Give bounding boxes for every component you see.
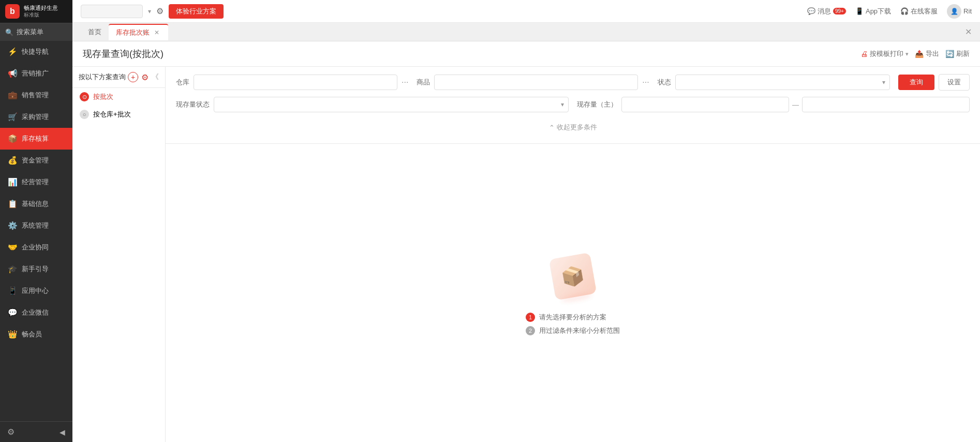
export-icon: 📤 xyxy=(915,50,924,58)
tip-num-2: 2 xyxy=(526,326,535,335)
sidebar-item-purchase[interactable]: 🛒 采购管理 xyxy=(0,106,72,128)
message-badge: 99+ xyxy=(833,8,846,14)
sidebar-item-finance[interactable]: 💰 资金管理 xyxy=(0,150,72,171)
purchase-icon: 🛒 xyxy=(7,112,18,122)
left-panel-title: 按以下方案查询 xyxy=(79,72,126,82)
sidebar-item-label: 企业协同 xyxy=(22,243,49,252)
sidebar-item-system[interactable]: ⚙️ 系统管理 xyxy=(0,215,72,237)
enterprise-icon: 🤝 xyxy=(7,242,18,253)
sidebar-item-guide[interactable]: 🎓 新手引导 xyxy=(0,258,72,280)
warehouse-more-icon[interactable]: ··· xyxy=(402,78,408,87)
warehouse-input[interactable] xyxy=(194,75,397,90)
message-label: 消息 xyxy=(818,7,831,16)
empty-illustration: 📦 xyxy=(542,251,604,302)
scheme-by-warehouse-batch-label: 按仓库+批次 xyxy=(93,110,131,119)
empty-state: 📦 1 请先选择要分析的方案 xyxy=(166,144,980,442)
tab-close-icon[interactable]: ✕ xyxy=(153,28,161,37)
scheme-settings-icon[interactable]: ⚙ xyxy=(141,72,149,82)
product-input[interactable] xyxy=(434,75,638,90)
print-template-action[interactable]: 🖨 按模板打印 ▾ xyxy=(860,49,909,58)
print-dropdown-icon[interactable]: ▾ xyxy=(905,51,909,57)
sidebar-item-label: 企业微信 xyxy=(22,308,49,317)
collapse-more-button[interactable]: ⌃ 收起更多条件 xyxy=(176,119,970,136)
tabs-close-all-button[interactable]: ✕ xyxy=(965,27,972,37)
sidebar-item-label: 新手引导 xyxy=(22,264,49,274)
wechat-icon: 💬 xyxy=(7,307,18,318)
sidebar-item-sales[interactable]: 💼 销售管理 xyxy=(0,84,72,106)
export-action[interactable]: 📤 导出 xyxy=(915,49,939,58)
sidebar-search-menu[interactable]: 🔍 搜索菜单 xyxy=(0,23,72,41)
status-filter-group: 状态 ▾ xyxy=(658,75,890,90)
sidebar-item-operations[interactable]: 📊 经营管理 xyxy=(0,171,72,193)
page-title: 现存量查询(按批次) xyxy=(83,48,164,60)
sidebar-item-label: 经营管理 xyxy=(22,178,49,187)
download-icon: 📱 xyxy=(855,7,864,15)
empty-tips: 1 请先选择要分析的方案 2 用过滤条件来缩小分析范围 xyxy=(526,313,620,335)
stock-status-select[interactable]: ▾ xyxy=(214,97,569,112)
left-panel: 按以下方案查询 + ⚙ 《 ⊙ 按批次 ○ 按仓库+批次 xyxy=(72,67,166,442)
breadcrumb-dropdown-icon[interactable]: ▾ xyxy=(148,8,151,15)
query-button[interactable]: 查询 xyxy=(898,75,934,90)
username: Rit xyxy=(963,7,972,15)
sidebar-item-basic[interactable]: 📋 基础信息 xyxy=(0,193,72,215)
page-actions: 🖨 按模板打印 ▾ 📤 导出 🔄 刷新 xyxy=(860,49,970,58)
empty-tip-1: 1 请先选择要分析的方案 xyxy=(526,313,620,322)
support-icon: 🎧 xyxy=(900,7,909,15)
sidebar-item-wechat[interactable]: 💬 企业微信 xyxy=(0,302,72,323)
content-area: 现存量查询(按批次) 🖨 按模板打印 ▾ 📤 导出 🔄 刷新 xyxy=(72,41,980,442)
left-panel-header: 按以下方案查询 + ⚙ 《 xyxy=(72,67,165,88)
message-action[interactable]: 💬 消息 99+ xyxy=(807,7,846,16)
add-scheme-button[interactable]: + xyxy=(128,72,138,82)
product-more-icon[interactable]: ··· xyxy=(642,78,649,87)
warehouse-label: 仓库 xyxy=(176,78,189,87)
app-download-action[interactable]: 📱 App下载 xyxy=(855,7,891,16)
sidebar-item-marketing[interactable]: 📢 营销推广 xyxy=(0,63,72,84)
finance-icon: 💰 xyxy=(7,155,18,166)
panel-collapse-icon[interactable]: 《 xyxy=(152,72,159,82)
sidebar-item-appstore[interactable]: 📱 应用中心 xyxy=(0,280,72,302)
marketing-icon: 📢 xyxy=(7,68,18,79)
stock-qty-filter-group: 现存量（主） — xyxy=(577,97,970,112)
topbar-settings-icon[interactable]: ⚙ xyxy=(156,6,164,16)
refresh-icon: 🔄 xyxy=(945,50,954,58)
sidebar-item-inventory[interactable]: 📦 库存核算 xyxy=(0,128,72,150)
stock-qty-dash: — xyxy=(792,101,799,109)
settings-button[interactable]: 设置 xyxy=(939,74,970,91)
guide-icon: 🎓 xyxy=(7,264,18,274)
status-select[interactable]: ▾ xyxy=(675,75,890,90)
app-info: 畅康通好生意 标准版 xyxy=(24,4,58,19)
status-label: 状态 xyxy=(658,78,671,87)
scheme-by-warehouse-batch-icon: ○ xyxy=(80,110,89,119)
sidebar-item-quick-nav[interactable]: ⚡ 快捷导航 xyxy=(0,41,72,63)
tip-text-2: 用过滤条件来缩小分析范围 xyxy=(539,326,620,335)
scheme-by-warehouse-batch[interactable]: ○ 按仓库+批次 xyxy=(72,106,165,123)
empty-tip-2: 2 用过滤条件来缩小分析范围 xyxy=(526,326,620,335)
tab-home-label: 首页 xyxy=(88,27,101,37)
sidebar-footer: ⚙ ◀ xyxy=(0,421,72,442)
sidebar-item-enterprise[interactable]: 🤝 企业协同 xyxy=(0,237,72,258)
sidebar-header: b 畅康通好生意 标准版 xyxy=(0,0,72,23)
sidebar-item-label: 畅会员 xyxy=(22,330,42,339)
breadcrumb-input[interactable] xyxy=(81,5,143,18)
user-profile-action[interactable]: 👤 Rit xyxy=(947,4,972,19)
online-support-action[interactable]: 🎧 在线客服 xyxy=(900,7,938,16)
scheme-by-batch[interactable]: ⊙ 按批次 xyxy=(72,88,165,106)
sidebar-item-label: 库存核算 xyxy=(22,134,49,143)
footer-collapse-icon[interactable]: ◀ xyxy=(60,428,65,436)
footer-settings-icon[interactable]: ⚙ xyxy=(7,427,14,437)
filter-row-2: 现存量状态 ▾ 现存量（主） — xyxy=(176,97,970,112)
refresh-action[interactable]: 🔄 刷新 xyxy=(945,49,970,58)
tab-batch-account[interactable]: 库存批次账 ✕ xyxy=(109,24,168,40)
app-version: 标准版 xyxy=(24,11,58,19)
tab-home[interactable]: 首页 xyxy=(81,24,109,40)
sidebar-item-label: 采购管理 xyxy=(22,112,49,122)
collapse-label: 收起更多条件 xyxy=(557,123,597,132)
experience-button[interactable]: 体验行业方案 xyxy=(169,4,224,19)
stock-qty-max-input[interactable] xyxy=(802,97,970,112)
sidebar-item-member[interactable]: 👑 畅会员 xyxy=(0,323,72,345)
right-panel: 仓库 ··· 商品 ··· 状态 xyxy=(166,67,980,442)
page-header: 现存量查询(按批次) 🖨 按模板打印 ▾ 📤 导出 🔄 刷新 xyxy=(72,41,980,67)
stock-qty-min-input[interactable] xyxy=(621,97,789,112)
sidebar-item-label: 销售管理 xyxy=(22,91,49,100)
tab-batch-account-label: 库存批次账 xyxy=(116,28,150,37)
